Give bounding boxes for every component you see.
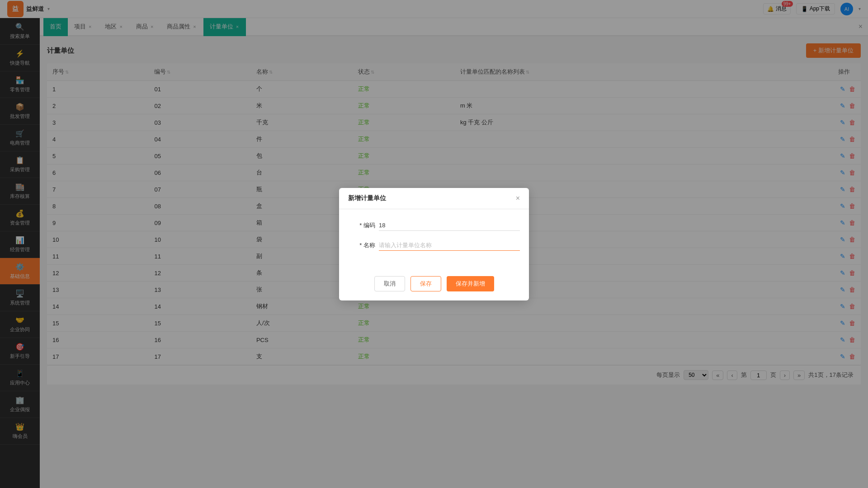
- save-button[interactable]: 保存: [410, 276, 441, 291]
- add-unit-modal: 新增计量单位 × * 编码 * 名称 取消 保存 保存并新增: [339, 188, 529, 300]
- code-input[interactable]: [379, 220, 520, 231]
- cancel-button[interactable]: 取消: [374, 276, 405, 291]
- modal-overlay: 新增计量单位 × * 编码 * 名称 取消 保存 保存并新增: [0, 0, 868, 488]
- code-label: * 编码: [348, 221, 375, 230]
- name-input[interactable]: [379, 240, 520, 251]
- modal-header: 新增计量单位 ×: [339, 188, 529, 209]
- form-row-code: * 编码: [348, 220, 520, 231]
- save-and-new-button[interactable]: 保存并新增: [447, 276, 494, 291]
- modal-body: * 编码 * 名称: [339, 209, 529, 271]
- modal-title: 新增计量单位: [348, 194, 386, 202]
- modal-footer: 取消 保存 保存并新增: [339, 271, 529, 300]
- form-row-name: * 名称: [348, 240, 520, 251]
- name-label: * 名称: [348, 241, 375, 249]
- modal-close-button[interactable]: ×: [516, 195, 520, 202]
